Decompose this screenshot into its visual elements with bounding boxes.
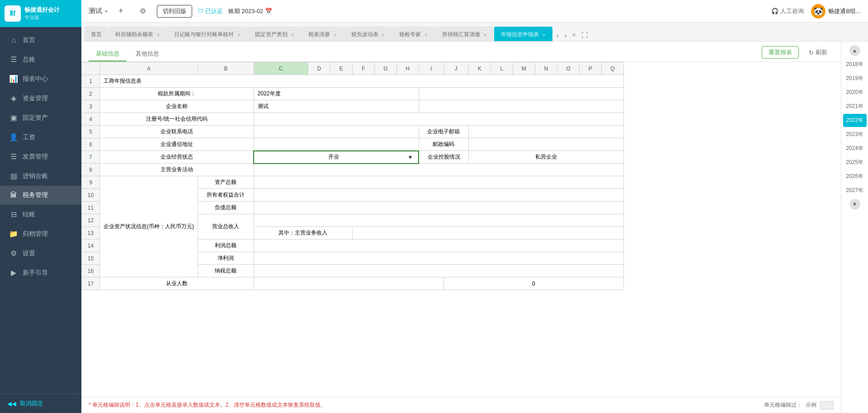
cell-14-sub-label: 利润总额 xyxy=(198,239,254,252)
cell-8-value[interactable] xyxy=(254,164,623,176)
sidebar-item-invoice[interactable]: ☰ 发票管理 xyxy=(0,147,81,166)
tab-journal-close[interactable]: × xyxy=(237,32,240,38)
sidebar-item-close[interactable]: ⊟ 结账 xyxy=(0,205,81,224)
sheet-container: 基础信息 其他信息 重置报表 ↻ 刷新 A xyxy=(81,42,841,413)
row-num-12: 12 xyxy=(82,214,100,227)
panel-scroll-down[interactable]: ▼ xyxy=(849,199,860,210)
dropdown-value: 开业 xyxy=(259,153,407,161)
year-2025[interactable]: 2025年 xyxy=(843,156,867,169)
cell-6-value-right[interactable] xyxy=(468,138,623,151)
statusbar: * 单元格编辑说明：1、点击单元格直接录入数值或文本。2、清空单元格数值或文本恢… xyxy=(81,397,841,413)
year-2018[interactable]: 2018年 xyxy=(843,58,867,71)
col-header-o: O xyxy=(557,62,579,75)
cell-17-value-right[interactable]: 0 xyxy=(443,277,623,290)
reset-button[interactable]: 重置报表 xyxy=(762,46,799,59)
sidebar-item-tax[interactable]: 🏛 税务管理 xyxy=(0,186,81,205)
tab-aux-close[interactable]: × xyxy=(157,32,160,38)
tab-expand-button[interactable]: ⛶ xyxy=(580,30,590,41)
row-num-1: 1 xyxy=(82,75,100,88)
subtab-basic[interactable]: 基础信息 xyxy=(89,47,127,61)
tab-taxcheck[interactable]: 税检专家 × xyxy=(392,27,434,41)
col-header-q: Q xyxy=(601,62,623,75)
sidebar-item-guide[interactable]: ▶ 新手引导 xyxy=(0,263,81,282)
cell-16-value[interactable] xyxy=(254,265,623,277)
tab-incometax[interactable]: 所得税汇算清缴 × xyxy=(435,27,493,41)
tab-asset[interactable]: 固定资产类别 × xyxy=(248,27,301,41)
sidebar-item-inout[interactable]: ▤ 进销台账 xyxy=(0,166,81,186)
year-2021[interactable]: 2021年 xyxy=(843,100,867,113)
sidebar-unpin[interactable]: ◀◀ 取消固定 xyxy=(0,394,81,413)
cell-2-empty[interactable] xyxy=(419,88,623,100)
cell-5-value-right[interactable] xyxy=(468,126,623,138)
row-num-13: 13 xyxy=(82,227,100,239)
cell-13-value[interactable] xyxy=(352,227,623,239)
settings-button[interactable]: ⚙ xyxy=(134,5,151,17)
sidebar-item-report[interactable]: 📊 报表中心 xyxy=(0,69,81,89)
tab-journal[interactable]: 日记账与银行对账单核对 × xyxy=(167,27,247,41)
panel-scroll-up[interactable]: ▲ xyxy=(849,45,860,56)
cell-17-value-left[interactable] xyxy=(254,277,443,290)
year-2023[interactable]: 2023年 xyxy=(843,128,867,141)
tab-home[interactable]: 首页 xyxy=(85,27,108,41)
tab-next-button[interactable]: › xyxy=(562,30,568,41)
sidebar-item-fund[interactable]: ◈ 资金管理 xyxy=(0,89,81,108)
sidebar-item-asset[interactable]: ▣ 固定资产 xyxy=(0,108,81,127)
add-button[interactable]: + xyxy=(113,5,129,18)
service-button[interactable]: 🎧 人工咨询 xyxy=(771,7,804,15)
headset-icon: 🎧 xyxy=(771,8,778,14)
subtab-other[interactable]: 其他信息 xyxy=(128,47,166,61)
old-version-button[interactable]: 切到旧版 xyxy=(157,5,192,18)
archive-icon: 📁 xyxy=(9,230,18,238)
tab-aux[interactable]: 科目辅助余额表 × xyxy=(108,27,166,41)
sidebar-item-ledger[interactable]: ☰ 总账 xyxy=(0,50,81,69)
year-2026[interactable]: 2026年 xyxy=(843,170,867,183)
year-2024[interactable]: 2024年 xyxy=(843,142,867,155)
cell-15-value[interactable] xyxy=(254,252,623,265)
cell-7-dropdown[interactable]: 开业 ▼ xyxy=(254,151,419,164)
cell-3-empty[interactable] xyxy=(419,100,623,113)
right-panel: ▲ 2018年 2019年 2020年 2021年 2022年 2023年 20… xyxy=(841,42,868,413)
year-2027[interactable]: 2027年 xyxy=(843,184,867,197)
sheet-table-wrapper[interactable]: A B C D E F G H I J K L M xyxy=(81,62,841,397)
sidebar-item-home[interactable]: ⌂ 首页 xyxy=(0,31,81,50)
refresh-icon: ↻ xyxy=(809,49,814,56)
year-2020[interactable]: 2020年 xyxy=(843,86,867,99)
table-row: 6 企业通信地址 邮政编码 xyxy=(82,138,624,151)
cell-14-value[interactable] xyxy=(254,239,623,252)
year-2022[interactable]: 2022年 xyxy=(843,114,867,127)
tab-asset-close[interactable]: × xyxy=(291,32,294,38)
tab-taxform[interactable]: 税表清册 × xyxy=(302,27,343,41)
row-num-16: 16 xyxy=(82,265,100,277)
tab-taxcheck-close[interactable]: × xyxy=(425,32,427,38)
sidebar-item-settings[interactable]: ⚙ 设置 xyxy=(0,244,81,263)
calendar-icon[interactable]: 📅 xyxy=(265,8,272,14)
cell-4-value[interactable] xyxy=(254,113,623,126)
refresh-button[interactable]: ↻ 刷新 xyxy=(802,47,834,58)
cell-10-value[interactable] xyxy=(254,189,623,202)
app-name: 畅捷通好会计 xyxy=(24,6,60,14)
tab-close-all-button[interactable]: × xyxy=(570,29,578,41)
cell-6-value-left[interactable] xyxy=(254,138,419,151)
cell-2-value[interactable]: 2022年度 xyxy=(254,88,419,100)
user-menu[interactable]: 🐼 畅捷通B组... xyxy=(811,4,861,19)
cell-12-value[interactable] xyxy=(254,214,623,227)
cell-9-value[interactable] xyxy=(254,176,623,189)
cell-7-value-right[interactable]: 私营企业 xyxy=(468,151,623,164)
tab-taxform-close[interactable]: × xyxy=(334,32,336,38)
tab-yearreport[interactable]: 年报信息申报表 × xyxy=(494,27,552,41)
tab-incometax-close[interactable]: × xyxy=(484,32,486,38)
sidebar-item-archive[interactable]: 📁 归档管理 xyxy=(0,224,81,244)
sidebar-item-wage[interactable]: 👤 工资 xyxy=(0,127,81,147)
cell-11-value[interactable] xyxy=(254,202,623,214)
tab-taxwave[interactable]: 税负波动表 × xyxy=(344,27,392,41)
sidebar-item-invoice-label: 发票管理 xyxy=(23,153,48,161)
table-title[interactable]: 工商年报信息表 xyxy=(100,75,624,88)
cell-3-value[interactable]: 测试 xyxy=(254,100,419,113)
col-header-p: P xyxy=(579,62,601,75)
tab-taxwave-close[interactable]: × xyxy=(382,32,385,38)
tab-prev-button[interactable]: ‹ xyxy=(555,30,561,41)
tab-yearreport-close[interactable]: × xyxy=(542,32,545,38)
dropdown-icon[interactable]: ▾ xyxy=(105,8,108,14)
year-2019[interactable]: 2019年 xyxy=(843,72,867,85)
cell-5-value-left[interactable] xyxy=(254,126,419,138)
